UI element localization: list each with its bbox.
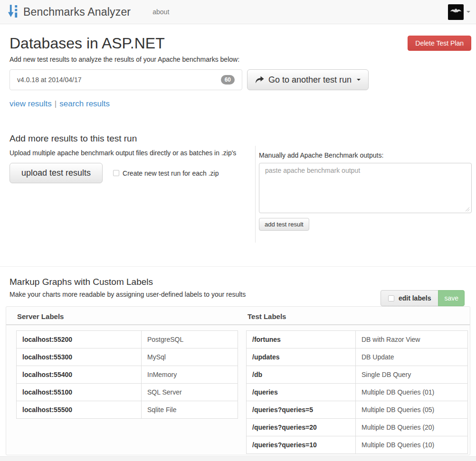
table-row: /fortunes DB with Razor View: [247, 331, 468, 348]
server-cell: localhost:55200: [17, 331, 142, 348]
table-row: /queries?queries=20 Multiple DB Queries …: [247, 419, 468, 436]
table-row: localhost:55100 SQL Server: [17, 384, 238, 401]
table-row: /queries?queries=5 Multiple DB Queries (…: [247, 401, 468, 419]
test-labels-title: Test Labels: [238, 312, 470, 325]
table-row: /db Single DB Query: [247, 366, 468, 384]
page-subtitle: Add new test results to analyze the resu…: [10, 56, 471, 63]
new-run-per-zip-label: Create new test run for each .zip: [123, 169, 219, 177]
view-results-link[interactable]: view results: [10, 99, 52, 108]
add-test-result-button[interactable]: add test result: [259, 218, 309, 231]
page-title: Databases in ASP.NET: [10, 34, 165, 53]
edit-labels-checkbox[interactable]: [388, 295, 394, 301]
table-row: localhost:55500 Sqlite File: [17, 401, 238, 419]
table-row: localhost:55200 PostgreSQL: [17, 331, 238, 348]
current-test-run-item[interactable]: v4.0.18 at 2014/04/17 60: [10, 69, 242, 90]
test-cell: /queries?queries=10: [247, 436, 356, 454]
table-row: localhost:55300 MySql: [17, 348, 238, 366]
brand-title: Benchmarks Analyzer: [23, 6, 131, 19]
test-cell: /queries: [247, 384, 356, 401]
test-cell: /queries?queries=5: [247, 401, 356, 419]
goto-test-run-button[interactable]: Go to another test run: [247, 69, 369, 90]
table-row: /updates DB Update: [247, 348, 468, 366]
test-cell: /fortunes: [247, 331, 356, 348]
goto-test-run-label: Go to another test run: [268, 75, 352, 85]
result-count-badge: 60: [221, 75, 235, 85]
test-labels-table: /fortunes DB with Razor View /updates DB…: [246, 330, 468, 454]
server-label-cell[interactable]: PostgreSQL: [142, 331, 238, 348]
server-cell: localhost:55300: [17, 348, 142, 366]
brand[interactable]: Benchmarks Analyzer: [8, 4, 131, 19]
page-bottom-strip: [0, 456, 476, 461]
delete-test-plan-button[interactable]: Delete Test Plan: [408, 36, 471, 51]
nav-link-about[interactable]: about: [152, 8, 169, 16]
benchmark-output-textarea[interactable]: [259, 163, 472, 213]
server-cell: localhost:55500: [17, 401, 142, 419]
server-label-cell[interactable]: SQL Server: [142, 384, 238, 401]
new-run-per-zip-option[interactable]: Create new test run for each .zip: [113, 169, 219, 177]
manual-add-label: Manually add Apache Benchmark outputs:: [259, 151, 472, 159]
upload-hint-text: Upload multiple apache benchmark output …: [10, 149, 255, 157]
caret-down-icon: [357, 79, 361, 81]
server-cell: localhost:55400: [17, 366, 142, 384]
test-label-cell[interactable]: Multiple DB Queries (01): [356, 384, 468, 401]
new-run-per-zip-checkbox[interactable]: [113, 170, 119, 176]
table-row: /queries Multiple DB Queries (01): [247, 384, 468, 401]
test-run-name: v4.0.18 at 2014/04/17: [17, 76, 81, 84]
server-cell: localhost:55100: [17, 384, 142, 401]
section-divider: [0, 266, 476, 267]
sort-amount-down-icon: [8, 4, 19, 19]
test-label-cell[interactable]: DB Update: [356, 348, 468, 366]
labels-section-heading: Markup Graphs with Custom Labels: [10, 276, 471, 288]
user-avatar[interactable]: [448, 4, 464, 20]
test-label-cell[interactable]: Multiple DB Queries (10): [356, 436, 468, 454]
test-cell: /queries?queries=20: [247, 419, 356, 436]
save-labels-button[interactable]: save: [438, 290, 465, 306]
upload-test-results-button[interactable]: upload test results: [10, 163, 103, 183]
test-label-cell[interactable]: DB with Razor View: [356, 331, 468, 348]
test-cell: /updates: [247, 348, 356, 366]
edit-labels-label: edit labels: [399, 294, 431, 302]
edit-labels-button[interactable]: edit labels: [381, 290, 438, 306]
test-label-cell[interactable]: Multiple DB Queries (05): [356, 401, 468, 419]
labels-panel: Server Labels localhost:55200 PostgreSQL…: [6, 306, 470, 455]
caret-down-icon[interactable]: [466, 11, 470, 13]
server-label-cell[interactable]: Sqlite File: [142, 401, 238, 419]
server-label-cell[interactable]: MySql: [142, 348, 238, 366]
server-labels-table: localhost:55200 PostgreSQL localhost:553…: [16, 330, 238, 419]
table-row: /queries?queries=10 Multiple DB Queries …: [247, 436, 468, 454]
link-separator: |: [55, 99, 57, 108]
bat-logo-icon: [449, 4, 463, 19]
server-label-cell[interactable]: InMemory: [142, 366, 238, 384]
test-label-cell[interactable]: Single DB Query: [356, 366, 468, 384]
share-arrow-icon: [255, 76, 264, 84]
add-results-heading: Add more results to this test run: [10, 132, 255, 145]
test-cell: /db: [247, 366, 356, 384]
search-results-link[interactable]: search results: [59, 99, 110, 108]
server-labels-title: Server Labels: [6, 312, 238, 325]
table-row: localhost:55400 InMemory: [17, 366, 238, 384]
test-label-cell[interactable]: Multiple DB Queries (20): [356, 419, 468, 436]
navbar: Benchmarks Analyzer about: [0, 0, 476, 24]
